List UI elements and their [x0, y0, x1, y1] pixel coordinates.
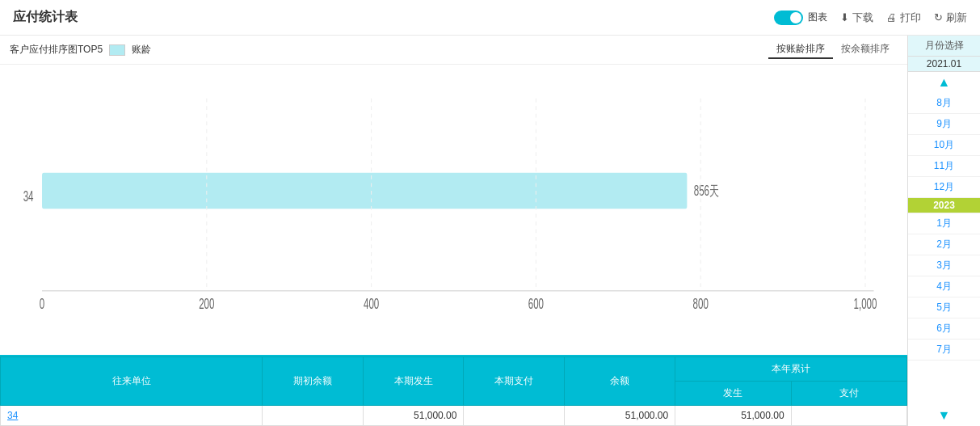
legend-box-label: 账龄 — [132, 43, 151, 57]
svg-text:800: 800 — [693, 297, 709, 312]
current-occur-cell: 51,000.00 — [363, 406, 464, 426]
scroll-down-button[interactable]: ▼ — [908, 405, 980, 426]
sort-buttons: 按账龄排序 按余额排序 — [768, 40, 898, 59]
month-item-2[interactable]: 2月 — [908, 234, 980, 255]
print-icon: 🖨 — [886, 11, 897, 23]
chart-section: 客户应付排序图TOP5 账龄 按账龄排序 按余额排序 34 856天 — [0, 36, 907, 426]
sidebar-month-header: 月份选择 — [908, 36, 980, 57]
legend-label: 客户应付排序图TOP5 — [10, 43, 103, 57]
download-button[interactable]: ⬇ 下载 — [840, 11, 873, 25]
month-item-6[interactable]: 6月 — [908, 318, 980, 340]
chart-container: 34 856天 0 200 400 600 800 1,000 — [0, 65, 907, 355]
sort-by-balance-button[interactable]: 按账龄排序 — [768, 40, 833, 59]
chart-toggle[interactable] — [774, 11, 803, 25]
svg-text:200: 200 — [199, 297, 214, 312]
refresh-button[interactable]: ↻ 刷新 — [934, 11, 967, 25]
chart-svg: 34 856天 0 200 400 600 800 1,000 — [8, 73, 899, 355]
sort-by-amount-button[interactable]: 按余额排序 — [833, 40, 898, 59]
sidebar-current-date: 2021.01 — [908, 57, 980, 72]
month-item-10[interactable]: 10月 — [908, 135, 980, 156]
header-actions: 图表 ⬇ 下载 🖨 打印 ↻ 刷新 — [774, 11, 967, 25]
svg-text:856天: 856天 — [694, 183, 719, 199]
chart-toolbar: 客户应付排序图TOP5 账龄 按账龄排序 按余额排序 — [0, 36, 907, 65]
month-item-8[interactable]: 8月 — [908, 93, 980, 114]
svg-text:34: 34 — [23, 188, 34, 204]
month-item-12[interactable]: 12月 — [908, 177, 980, 198]
table-section: 往来单位 期初余额 本期发生 本期支付 余额 本年累计 发生 支付 — [0, 355, 907, 426]
chart-legend: 客户应付排序图TOP5 账龄 — [10, 43, 151, 57]
download-icon: ⬇ — [840, 11, 849, 23]
opening-cell — [263, 406, 364, 426]
scroll-up-button[interactable]: ▲ — [908, 72, 980, 93]
current-pay-cell — [464, 406, 565, 426]
month-item-11[interactable]: 11月 — [908, 156, 980, 177]
balance-cell: 51,000.00 — [565, 406, 675, 426]
svg-text:0: 0 — [40, 297, 44, 312]
svg-text:600: 600 — [528, 297, 544, 312]
col-opening: 期初余额 — [263, 357, 364, 406]
col-unit: 往来单位 — [1, 357, 263, 406]
main-content: 客户应付排序图TOP5 账龄 按账龄排序 按余额排序 34 856天 — [0, 36, 980, 426]
ytd-pay-cell — [791, 406, 906, 426]
month-item-7[interactable]: 7月 — [908, 340, 980, 361]
col-balance: 余额 — [565, 357, 675, 406]
col-ytd-label: 本年累计 — [675, 357, 907, 382]
month-item-3[interactable]: 3月 — [908, 255, 980, 276]
col-current-pay: 本期支付 — [464, 357, 565, 406]
unit-link[interactable]: 34 — [7, 410, 18, 421]
table-row: 34 51,000.00 51,000.00 51,000.00 — [1, 406, 907, 426]
month-list: 8月 9月 10月 11月 12月 2023 1月 2月 3月 4月 5月 6月… — [908, 93, 980, 405]
right-sidebar: 月份选择 2021.01 ▲ 8月 9月 10月 11月 12月 2023 1月… — [907, 36, 980, 426]
app-header: 应付统计表 图表 ⬇ 下载 🖨 打印 ↻ 刷新 — [0, 0, 980, 36]
year-2023-label: 2023 — [908, 198, 980, 213]
month-item-1[interactable]: 1月 — [908, 213, 980, 234]
print-button[interactable]: 🖨 打印 — [886, 11, 921, 25]
chart-toggle-wrap[interactable]: 图表 — [774, 11, 827, 25]
col-ytd-pay: 支付 — [791, 382, 906, 406]
svg-text:400: 400 — [364, 297, 379, 312]
svg-rect-1 — [42, 173, 687, 209]
month-item-5[interactable]: 5月 — [908, 297, 980, 318]
svg-text:1,000: 1,000 — [854, 297, 877, 312]
page-title: 应付统计表 — [13, 9, 78, 26]
month-item-4[interactable]: 4月 — [908, 276, 980, 297]
col-current-occur: 本期发生 — [363, 357, 464, 406]
chart-toggle-label: 图表 — [808, 11, 827, 24]
summary-table: 往来单位 期初余额 本期发生 本期支付 余额 本年累计 发生 支付 — [0, 356, 907, 426]
ytd-occur-cell: 51,000.00 — [675, 406, 791, 426]
refresh-icon: ↻ — [934, 11, 943, 23]
sidebar-scroll: ▲ 8月 9月 10月 11月 12月 2023 1月 2月 3月 4月 5月 … — [908, 72, 980, 426]
month-item-9[interactable]: 9月 — [908, 114, 980, 135]
col-ytd-occur: 发生 — [675, 382, 791, 406]
legend-box — [109, 44, 125, 56]
